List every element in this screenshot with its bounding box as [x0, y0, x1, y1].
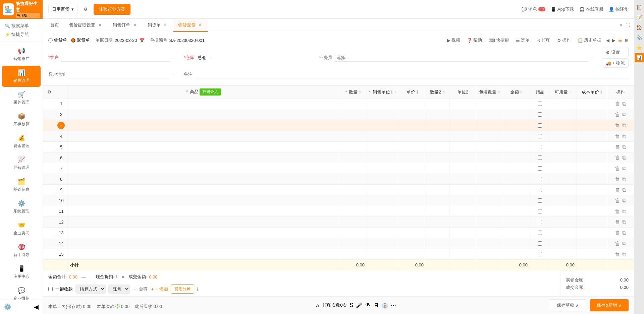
delete-row-btn-2[interactable]: 🗑	[615, 112, 620, 118]
row-product-13[interactable]	[67, 228, 340, 238]
collapse-icon[interactable]: ◀	[34, 303, 39, 311]
row-pack-11[interactable]	[476, 206, 503, 217]
copy-row-btn-8[interactable]: ⧉	[622, 176, 626, 182]
row-gift-15[interactable]	[530, 249, 550, 260]
row-unit2-15[interactable]	[449, 249, 476, 260]
row-cost-10[interactable]	[577, 195, 607, 206]
row-avail-7[interactable]	[550, 163, 577, 174]
tab-sale-delivery[interactable]: 销货单 ✕	[143, 19, 173, 32]
discount-info-icon[interactable]: ℹ	[116, 274, 118, 279]
row-product-8[interactable]	[67, 174, 340, 185]
add-row-btn[interactable]: +	[57, 122, 65, 129]
toolbar-operations[interactable]: ⚙ 操作	[555, 36, 573, 44]
row-qty-6[interactable]	[340, 152, 367, 163]
row-pack-6[interactable]	[476, 152, 503, 163]
copy-row-btn-1[interactable]: ⧉	[622, 101, 626, 107]
row-unit2-7[interactable]	[449, 163, 476, 174]
row-qty-13[interactable]	[340, 228, 367, 238]
row-gift-5[interactable]	[530, 142, 550, 152]
row-price-2[interactable]	[399, 109, 426, 120]
row-unit2-6[interactable]	[449, 152, 476, 163]
tab-sale-return[interactable]: 销货退货 ✕	[173, 19, 208, 32]
delete-row-btn-7[interactable]: 🗑	[615, 166, 620, 172]
row-amount-10[interactable]	[503, 195, 530, 206]
tab-sale-price[interactable]: 售价提取设置 ✕	[64, 19, 107, 32]
gift-checkbox-4[interactable]	[538, 134, 542, 138]
experience-btn[interactable]: 体验行业方案	[94, 4, 130, 15]
row-price-1[interactable]	[399, 99, 426, 109]
row-qty-9[interactable]	[340, 185, 367, 195]
delete-row-btn-13[interactable]: 🗑	[615, 230, 620, 236]
th-unit[interactable]: * 销售单位 ℹ ⇅	[367, 86, 399, 99]
row-product-12[interactable]	[67, 217, 340, 228]
row-qty2-12[interactable]	[426, 217, 449, 228]
row-unit2-10[interactable]	[449, 195, 476, 206]
product-input-7[interactable]	[69, 166, 338, 171]
copy-row-btn-14[interactable]: ⧉	[622, 241, 626, 247]
rp-home-icon[interactable]: 🏠	[635, 23, 644, 32]
product-input-1[interactable]	[69, 101, 338, 106]
row-amount-3[interactable]	[503, 120, 530, 131]
calendar-icon[interactable]: 📅	[139, 38, 145, 43]
topbar-settings-icon[interactable]: ⚙	[82, 5, 90, 14]
row-gift-4[interactable]	[530, 131, 550, 142]
row-qty-11[interactable]	[340, 206, 367, 217]
row-avail-5[interactable]	[550, 142, 577, 152]
sidebar-item-inventory[interactable]: 📦 库存核算	[2, 109, 41, 130]
row-qty-3[interactable]	[340, 120, 367, 131]
product-input-2[interactable]	[69, 112, 338, 117]
rp-clipboard-icon[interactable]: 📋	[635, 3, 644, 12]
nav-next-icon[interactable]: ▶	[612, 38, 615, 43]
row-gift-9[interactable]	[530, 185, 550, 195]
row-qty-15[interactable]	[340, 249, 367, 260]
row-unit-3[interactable]	[367, 120, 399, 131]
salesperson-more-icon[interactable]: ···	[590, 55, 594, 60]
row-price-15[interactable]	[399, 249, 426, 260]
gear-th-icon[interactable]: ⚙	[47, 89, 51, 95]
gift-checkbox-14[interactable]	[538, 241, 542, 246]
delete-row-btn-10[interactable]: 🗑	[615, 198, 620, 204]
row-price-8[interactable]	[399, 174, 426, 185]
row-gift-7[interactable]	[530, 163, 550, 174]
row-unit-13[interactable]	[367, 228, 399, 238]
rp-star-icon[interactable]: ⭐	[635, 43, 644, 52]
sale-radio-input[interactable]	[48, 38, 53, 43]
row-qty2-10[interactable]	[426, 195, 449, 206]
account-more-icon[interactable]: ···	[132, 287, 136, 292]
logistics-action-btn[interactable]: 🚚 + 物流	[602, 58, 629, 68]
row-cost-5[interactable]	[577, 142, 607, 152]
fee-info-icon[interactable]: ℹ	[197, 287, 199, 292]
copy-row-btn-7[interactable]: ⧉	[622, 166, 626, 172]
sidebar-item-basic[interactable]: 🗂️ 基础信息	[2, 175, 41, 196]
row-unit2-9[interactable]	[449, 185, 476, 195]
online-service-btn[interactable]: 🎧 在线客服	[579, 6, 603, 12]
row-qty2-9[interactable]	[426, 185, 449, 195]
row-qty2-4[interactable]	[426, 131, 449, 142]
delete-row-btn-15[interactable]: 🗑	[615, 251, 620, 257]
sidebar-item-finance[interactable]: 💰 资金管理	[2, 131, 41, 152]
row-amount-4[interactable]	[503, 131, 530, 142]
product-input-14[interactable]	[69, 241, 338, 246]
row-cost-7[interactable]	[577, 163, 607, 174]
row-avail-1[interactable]	[550, 99, 577, 109]
row-cost-12[interactable]	[577, 217, 607, 228]
toolbar-print[interactable]: 🖨 打印	[534, 36, 552, 44]
row-avail-2[interactable]	[550, 109, 577, 120]
toolbar-history[interactable]: 📋 历史单据	[576, 36, 603, 44]
row-gift-3[interactable]	[530, 120, 550, 131]
toolbar-select[interactable]: ☰ 选单	[514, 36, 532, 44]
row-cost-4[interactable]	[577, 131, 607, 142]
row-avail-12[interactable]	[550, 217, 577, 228]
toolbar-help[interactable]: ❓ 帮助	[465, 36, 484, 44]
row-unit-8[interactable]	[367, 174, 399, 185]
row-qty2-11[interactable]	[426, 206, 449, 217]
row-unit2-4[interactable]	[449, 131, 476, 142]
row-pack-8[interactable]	[476, 174, 503, 185]
row-unit2-8[interactable]	[449, 174, 476, 185]
row-price-13[interactable]	[399, 228, 426, 238]
row-gift-1[interactable]	[530, 99, 550, 109]
row-unit-14[interactable]	[367, 238, 399, 249]
industry-dropdown[interactable]: 日用百货 ▾	[48, 5, 77, 14]
delete-row-btn-1[interactable]: 🗑	[615, 101, 620, 107]
th-qty2[interactable]: 数量2 ⇅	[426, 86, 449, 99]
